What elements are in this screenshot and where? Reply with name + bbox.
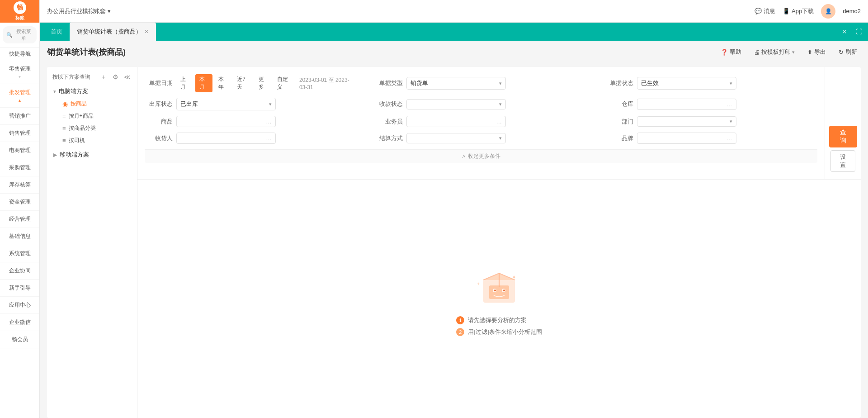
purchase-label: 采购管理 <box>9 164 31 171</box>
sidebar-item-sales[interactable]: 销售管理 <box>0 125 39 142</box>
industry-selector[interactable]: 办公用品行业模拟账套 ▾ <box>47 7 111 15</box>
sidebar-item-wholesale[interactable]: 批发管理 ▴ <box>0 84 39 108</box>
username-label[interactable]: demo2 <box>843 8 861 14</box>
query-btn[interactable]: 查询 <box>829 126 857 147</box>
brand-input[interactable]: … <box>637 133 736 144</box>
date-btn-this-month[interactable]: 本月 <box>195 74 212 92</box>
sidebar-item-marketing[interactable]: 营销推广 <box>0 108 39 125</box>
warehouse-input[interactable]: … <box>637 99 736 110</box>
tree-pc-arrow: ▾ <box>53 89 56 95</box>
app-download-label: App下载 <box>792 7 814 15</box>
export-btn[interactable]: ⬆ 导出 <box>804 46 830 58</box>
app-download-btn[interactable]: 📱 App下载 <box>783 7 814 15</box>
print-btn[interactable]: 🖨 按模板打印 ▾ <box>750 46 798 58</box>
industry-label: 办公用品行业模拟账套 <box>47 7 106 15</box>
salesperson-label: 业务员 <box>375 118 406 126</box>
tab-sales-stats-close[interactable]: ✕ <box>144 28 149 35</box>
sidebar-item-newbie[interactable]: 新手引导 <box>0 280 39 297</box>
tree-item-by-category[interactable]: ≡ 按商品分类 <box>60 122 133 134</box>
tree-item-by-month-product[interactable]: ≡ 按月+商品 <box>60 110 133 122</box>
left-panel-title: 按以下方案查询 <box>52 73 90 81</box>
left-panel-header: 按以下方案查询 + ⚙ ≪ <box>51 72 133 81</box>
receiver-input[interactable]: … <box>176 133 276 144</box>
refresh-icon: ↻ <box>839 49 844 56</box>
product-input[interactable]: … <box>176 116 276 127</box>
collapse-bar[interactable]: ∧ 收起更多条件 <box>145 149 817 163</box>
search-icon: 🔍 <box>6 32 13 38</box>
date-btn-last-month[interactable]: 上月 <box>176 74 193 92</box>
window-controls: ✕ ⛶ <box>839 26 864 37</box>
wholesale-label: 批发管理 <box>9 89 31 96</box>
product-dots[interactable]: … <box>266 118 272 125</box>
window-close-btn[interactable]: ✕ <box>839 26 850 37</box>
doc-status-select[interactable]: 已生效 ▾ <box>637 77 736 90</box>
sidebar-item-finance[interactable]: 资金管理 <box>0 194 39 211</box>
settlement-select[interactable]: ▾ <box>406 133 506 143</box>
by-product-icon: ◉ <box>62 100 68 108</box>
tree-pc-label: 电脑端方案 <box>59 87 88 95</box>
salesperson-input[interactable]: … <box>406 116 506 127</box>
sidebar-item-retail[interactable]: 零售管理 ▾ <box>0 61 39 84</box>
shortcut-nav[interactable]: 快捷导航 <box>0 48 39 61</box>
export-label: 导出 <box>814 48 826 56</box>
sidebar-item-member[interactable]: 畅会员 <box>0 331 39 348</box>
date-label: 单据日期 <box>145 79 176 87</box>
system-label: 系统管理 <box>9 250 31 257</box>
message-btn[interactable]: 💬 消息 <box>755 7 775 15</box>
sidebar-item-wechat[interactable]: 企业微信 <box>0 314 39 331</box>
sales-label: 销售管理 <box>9 129 31 137</box>
settings-icon: ⚙ <box>113 73 118 81</box>
svg-point-5 <box>494 290 496 291</box>
left-panel: 按以下方案查询 + ⚙ ≪ <box>47 67 137 418</box>
apps-label: 应用中心 <box>9 301 31 309</box>
tree-mobile-header[interactable]: ▶ 移动端方案 <box>51 148 133 161</box>
sidebar-item-ecommerce[interactable]: 电商管理 <box>0 142 39 159</box>
tab-sales-stats[interactable]: 销货单统计表（按商品） ✕ <box>70 23 156 41</box>
department-label: 部门 <box>605 118 637 126</box>
sidebar-item-system[interactable]: 系统管理 <box>0 245 39 262</box>
payment-status-select[interactable]: ▾ <box>406 99 506 109</box>
department-select[interactable]: ▾ <box>637 116 736 127</box>
tree-pc-header[interactable]: ▾ 电脑端方案 <box>51 85 133 98</box>
settings-scheme-btn[interactable]: ⚙ <box>111 72 120 81</box>
date-range: 2023-03-01 至 2023-03-31 <box>299 76 357 90</box>
sidebar-item-apps[interactable]: 应用中心 <box>0 297 39 314</box>
salesperson-dots[interactable]: … <box>496 118 502 125</box>
topbar-actions: 💬 消息 📱 App下载 👤 demo2 <box>755 4 861 19</box>
doc-type-value: 销货单 <box>410 79 428 87</box>
search-menu-input[interactable]: 🔍 搜索菜单 <box>3 26 37 43</box>
settings-btn[interactable]: 设置 <box>830 150 855 172</box>
sidebar-item-purchase[interactable]: 采购管理 <box>0 159 39 176</box>
tree-item-by-product[interactable]: ◉ 按商品 <box>60 98 133 110</box>
collapse-panel-btn[interactable]: ≪ <box>123 72 132 81</box>
warehouse-dots[interactable]: … <box>726 101 732 108</box>
tab-home[interactable]: 首页 <box>43 23 70 41</box>
sidebar-item-inventory[interactable]: 库存核算 <box>0 176 39 194</box>
receiver-dots[interactable]: … <box>266 135 272 142</box>
date-btn-more[interactable]: 更多 <box>255 74 272 92</box>
sidebar-item-basic[interactable]: 基础信息 <box>0 228 39 245</box>
topbar: 办公用品行业模拟账套 ▾ 💬 消息 📱 App下载 👤 demo2 <box>40 0 868 23</box>
collapse-label: ∧ 收起更多条件 <box>462 153 500 159</box>
sidebar-item-enterprise[interactable]: 企业协同 <box>0 262 39 280</box>
window-maximize-btn[interactable]: ⛶ <box>854 26 864 37</box>
sidebar-item-operations[interactable]: 经营管理 <box>0 211 39 228</box>
search-menu[interactable]: 🔍 搜索菜单 <box>0 23 39 48</box>
user-avatar[interactable]: 👤 <box>821 4 835 19</box>
app-label: 标账 <box>15 15 24 21</box>
tree-item-by-cashier[interactable]: ≡ 按司机 <box>60 134 133 147</box>
by-product-label: 按商品 <box>71 100 87 108</box>
help-btn[interactable]: ❓ 帮助 <box>717 46 745 58</box>
refresh-btn[interactable]: ↻ 刷新 <box>835 46 861 58</box>
empty-state-area: ✦ ✦ 1 请先选择要分析的方案 2 用[过滤]条件来缩小分析范围 <box>137 180 861 418</box>
brand-dots[interactable]: … <box>726 135 732 142</box>
add-scheme-btn[interactable]: + <box>99 72 108 81</box>
date-btn-custom[interactable]: 自定义 <box>273 74 295 92</box>
export-icon: ⬆ <box>807 49 812 56</box>
wholesale-arrow: ▴ <box>19 98 21 103</box>
date-btn-this-year[interactable]: 本年 <box>214 74 231 92</box>
settlement-control: ▾ <box>406 133 587 143</box>
doc-type-select[interactable]: 销货单 ▾ <box>406 77 506 90</box>
out-status-select[interactable]: 已出库 ▾ <box>176 98 276 110</box>
date-btn-7days[interactable]: 近7天 <box>233 74 252 92</box>
